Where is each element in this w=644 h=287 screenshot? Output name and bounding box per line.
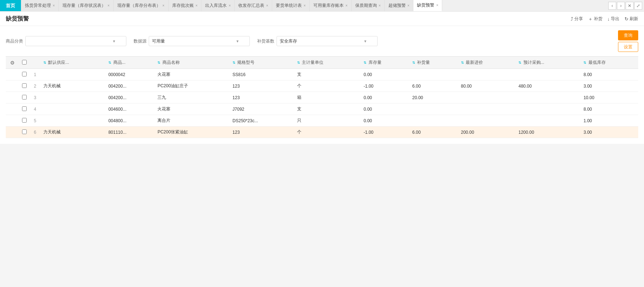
tab-6-close[interactable]: × (266, 4, 268, 8)
row-spec: 123 (230, 80, 294, 92)
th-product-name[interactable]: ⇅ 商品名称 (155, 57, 230, 69)
row-checkbox-4[interactable] (22, 118, 27, 123)
th-checkbox[interactable] (19, 57, 30, 69)
header-actions: ⤴ 分享 ＋ 补货 ↓ 导出 ↻ 刷新 (571, 16, 639, 22)
replenish-select[interactable]: 安全库存 ▼ (277, 36, 378, 46)
row-replenish-qty (409, 115, 458, 127)
settings-button[interactable]: 设置 (618, 42, 638, 52)
sort-unit-icon: ⇅ (297, 61, 300, 65)
tab-8-close[interactable]: × (345, 4, 348, 8)
replenish-button[interactable]: ＋ 补货 (588, 16, 602, 22)
row-checkbox-0[interactable] (22, 72, 27, 76)
page-container: 缺货预警 ⤴ 分享 ＋ 补货 ↓ 导出 ↻ 刷新 商品分类 (0, 12, 644, 144)
tab-3-label: 现存量（库存分布表） (117, 3, 161, 9)
tab-home[interactable]: 首页 (0, 0, 21, 11)
row-estimated-purchase (515, 103, 580, 115)
sort-estimated-icon: ⇅ (518, 61, 521, 65)
row-spec: SS816 (230, 69, 294, 80)
category-select[interactable]: ▼ (25, 36, 126, 46)
tab-7[interactable]: 要货单统计表 × (272, 0, 310, 11)
row-supplier (40, 115, 105, 127)
tab-5[interactable]: 出入库流水 × (201, 0, 235, 11)
export-button[interactable]: ↓ 导出 (608, 16, 620, 22)
row-product-code: 004800... (105, 115, 155, 127)
row-checkbox-1[interactable] (22, 83, 27, 88)
share-button[interactable]: ⤴ 分享 (571, 16, 583, 22)
row-checkbox-cell[interactable] (19, 115, 30, 127)
tab-nav-buttons: ‹ › ✕ ⤢ (606, 2, 644, 10)
datasource-select[interactable]: 可用量 ▼ (149, 36, 250, 46)
row-min-stock: 10.00 (580, 92, 638, 103)
row-checkbox-5[interactable] (22, 129, 27, 134)
tab-3[interactable]: 现存量（库存分布表） × (114, 0, 169, 11)
select-all-checkbox[interactable] (22, 60, 27, 65)
tab-2-close[interactable]: × (108, 4, 110, 8)
row-checkbox-cell[interactable] (19, 103, 30, 115)
row-stock: 0.00 (361, 92, 409, 103)
row-unit: 箱 (294, 92, 361, 103)
th-spec[interactable]: ⇅ 规格型号 (230, 57, 294, 69)
row-checkbox-2[interactable] (22, 95, 27, 100)
tab-11[interactable]: 缺货预警 × (413, 0, 442, 11)
th-replenish-qty[interactable]: ⇅ 补货量 (409, 57, 458, 69)
table-container: ⚙ ⇅ 默认供应... ⇅ 商品... ⇅ (0, 56, 644, 144)
tab-expand-button[interactable]: ⤢ (634, 2, 642, 10)
row-spec: DS250*23c... (230, 115, 294, 127)
sort-min-stock-icon: ⇅ (583, 61, 586, 65)
row-replenish-qty (409, 103, 458, 115)
row-product-code: 0000042 (105, 69, 155, 80)
tab-4-close[interactable]: × (196, 4, 198, 8)
tab-8[interactable]: 可用量库存账本 × (310, 0, 352, 11)
tab-5-close[interactable]: × (229, 4, 231, 8)
th-latest-price-label: 最新进价 (466, 60, 483, 65)
row-estimated-purchase: 1200.00 (515, 127, 580, 138)
row-checkbox-cell[interactable] (19, 92, 30, 103)
row-latest-price (458, 115, 516, 127)
th-supplier[interactable]: ⇅ 默认供应... (40, 57, 105, 69)
tab-6[interactable]: 收发存汇总表 × (235, 0, 272, 11)
row-checkbox-cell[interactable] (19, 127, 30, 138)
th-gear[interactable]: ⚙ (6, 57, 19, 69)
table-row: 3 004200... 三九 123 箱 0.00 20.00 10.00 (6, 92, 638, 103)
datasource-select-value: 可用量 (152, 38, 165, 44)
th-estimated-purchase[interactable]: ⇅ 预计采购... (515, 57, 580, 69)
tab-3-close[interactable]: × (162, 4, 165, 8)
th-min-stock[interactable]: ⇅ 最低库存 (580, 57, 638, 69)
tab-8-label: 可用量库存账本 (313, 3, 344, 9)
tab-11-close[interactable]: × (436, 3, 438, 7)
row-replenish-qty: 6.00 (409, 80, 458, 92)
tab-2[interactable]: 现存量（库存状况表） × (59, 0, 114, 11)
th-unit[interactable]: ⇅ 主计量单位 (294, 57, 361, 69)
row-index: 1 (30, 69, 40, 80)
tab-4[interactable]: 库存批次账 × (169, 0, 202, 11)
tab-7-label: 要货单统计表 (276, 3, 302, 9)
row-checkbox-cell[interactable] (19, 69, 30, 80)
tab-prev-button[interactable]: ‹ (608, 2, 616, 10)
tab-1-close[interactable]: × (53, 4, 55, 8)
category-dropdown-icon: ▼ (112, 39, 116, 43)
row-checkbox-cell[interactable] (19, 80, 30, 92)
tab-9-close[interactable]: × (379, 4, 381, 8)
tab-7-close[interactable]: × (304, 4, 306, 8)
th-stock[interactable]: ⇅ 库存量 (361, 57, 409, 69)
tab-close-all-button[interactable]: ✕ (626, 2, 634, 10)
gear-icon[interactable]: ⚙ (10, 60, 15, 66)
table-row: 1 0000042 火花塞 SS816 支 0.00 8.00 (6, 69, 638, 80)
th-spec-label: 规格型号 (237, 60, 254, 65)
tab-10[interactable]: 超储预警 × (385, 0, 414, 11)
sort-replenish-qty-icon: ⇅ (412, 61, 415, 65)
row-supplier (40, 103, 105, 115)
tab-next-button[interactable]: › (617, 2, 625, 10)
th-product-code[interactable]: ⇅ 商品... (105, 57, 155, 69)
query-button[interactable]: 查询 (618, 30, 638, 40)
tab-9[interactable]: 保质期查询 × (352, 0, 385, 11)
category-label: 商品分类 (6, 38, 23, 44)
row-index: 3 (30, 92, 40, 103)
row-product-name: PC200油缸庄子 (155, 80, 230, 92)
tab-1[interactable]: 拣货异常处理 × (21, 0, 59, 11)
tab-10-close[interactable]: × (408, 4, 410, 8)
row-checkbox-3[interactable] (22, 106, 27, 111)
refresh-button[interactable]: ↻ 刷新 (625, 16, 638, 22)
th-latest-price[interactable]: ⇅ 最新进价 (458, 57, 516, 69)
row-unit: 个 (294, 80, 361, 92)
